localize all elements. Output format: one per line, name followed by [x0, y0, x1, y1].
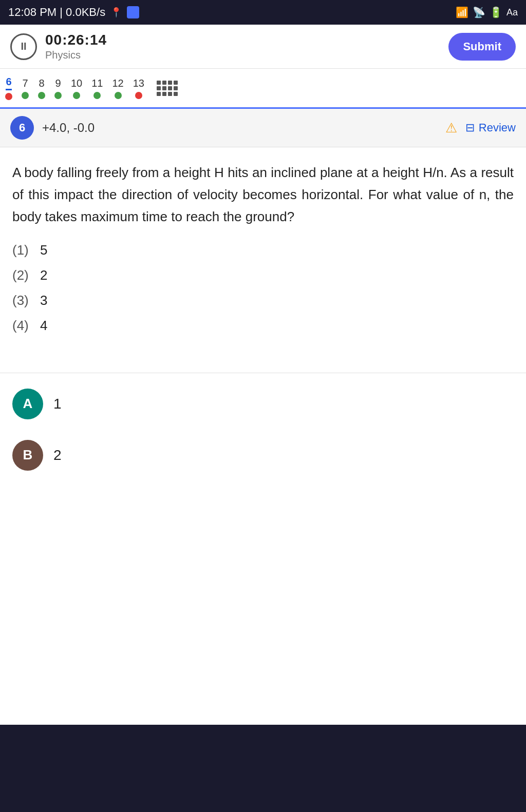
- option-1[interactable]: (1) 5: [12, 242, 514, 258]
- status-time: 12:08 PM | 0.0KB/s 📍: [8, 6, 139, 19]
- option-label-1: (1): [12, 242, 33, 258]
- option-4[interactable]: (4) 4: [12, 318, 514, 334]
- q-dot-6: [5, 93, 12, 100]
- main-content: 6 +4.0, -0.0 ⚠ ⊟ Review A body falling f…: [0, 109, 526, 725]
- option-label-4: (4): [12, 318, 33, 334]
- option-value-3: 3: [40, 293, 47, 308]
- pin-icon: 📍: [110, 7, 122, 18]
- subject-label: Physics: [45, 49, 440, 61]
- option-2[interactable]: (2) 2: [12, 267, 514, 283]
- option-value-2: 2: [40, 267, 47, 283]
- question-nav-item-6[interactable]: 6: [5, 76, 12, 100]
- option-value-4: 4: [40, 318, 47, 334]
- q-dot-9: [54, 92, 62, 99]
- status-bar: 12:08 PM | 0.0KB/s 📍 📶 📡 🔋 Aa: [0, 0, 526, 25]
- app-indicator: [127, 6, 139, 18]
- option-value-1: 5: [40, 242, 47, 258]
- answer-section: A 1 B 2: [0, 389, 526, 512]
- option-label-2: (2): [12, 267, 33, 283]
- header: II 00:26:14 Physics Submit: [0, 25, 526, 69]
- question-navigation: 6 7 8 9 10 11 12 13: [0, 69, 526, 109]
- question-header-bar: 6 +4.0, -0.0 ⚠ ⊟ Review: [0, 109, 526, 147]
- option-3[interactable]: (3) 3: [12, 293, 514, 308]
- score-display: +4.0, -0.0: [42, 121, 437, 135]
- grid-menu-icon[interactable]: [157, 81, 178, 96]
- question-text: A body falling freely from a height H hi…: [12, 162, 514, 228]
- battery-icon: 🔋: [490, 6, 502, 18]
- question-nav-item-10[interactable]: 10: [71, 78, 82, 99]
- timer-display: 00:26:14: [45, 32, 440, 48]
- header-info: 00:26:14 Physics: [45, 32, 440, 61]
- warning-icon[interactable]: ⚠: [445, 120, 457, 136]
- q-dot-12: [115, 92, 122, 99]
- submit-button[interactable]: Submit: [448, 33, 516, 61]
- divider: [0, 373, 526, 373]
- pause-button[interactable]: II: [10, 33, 37, 60]
- status-icons: 📶 📡 🔋 Aa: [456, 6, 518, 18]
- q-dot-7: [22, 92, 29, 99]
- q-dot-8: [38, 92, 45, 99]
- question-nav-item-8[interactable]: 8: [38, 78, 45, 99]
- answer-item-b: B 2: [12, 440, 514, 471]
- answer-item-a: A 1: [12, 389, 514, 419]
- answer-badge-b: B: [12, 440, 43, 471]
- bookmark-icon: ⊟: [465, 121, 475, 134]
- q-dot-11: [93, 92, 101, 99]
- option-label-3: (3): [12, 293, 33, 308]
- status-extra: Aa: [506, 7, 518, 18]
- answer-value-b: 2: [53, 447, 62, 463]
- question-nav-item-13[interactable]: 13: [133, 78, 144, 99]
- wifi-icon: 📡: [473, 6, 485, 18]
- q-dot-10: [73, 92, 80, 99]
- question-nav-item-9[interactable]: 9: [54, 78, 62, 99]
- question-badge: 6: [10, 116, 34, 140]
- answer-value-a: 1: [53, 396, 62, 412]
- question-body: A body falling freely from a height H hi…: [0, 147, 526, 357]
- signal-icon: 📶: [456, 6, 468, 18]
- question-nav-item-7[interactable]: 7: [22, 78, 29, 99]
- review-button[interactable]: ⊟ Review: [465, 121, 516, 134]
- question-nav-item-11[interactable]: 11: [91, 78, 103, 99]
- question-nav-item-12[interactable]: 12: [112, 78, 124, 99]
- answer-badge-a: A: [12, 389, 43, 419]
- question-nav-inner: 6 7 8 9 10 11 12 13: [5, 76, 521, 100]
- q-dot-13: [135, 92, 142, 99]
